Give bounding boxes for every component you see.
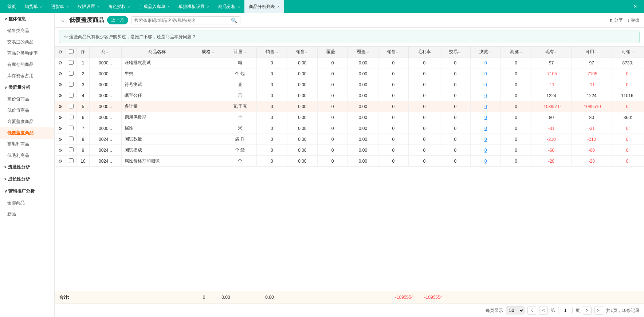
row-checkbox[interactable] (66, 123, 77, 134)
col-coverage2[interactable]: 覆盖... (348, 47, 378, 58)
col-coverage1[interactable]: 覆盖... (318, 47, 348, 58)
row-settings[interactable]: ⚙ (55, 145, 66, 156)
row-browse1[interactable]: 0 (471, 68, 501, 79)
filter-last-month[interactable]: 近一月 (107, 16, 128, 24)
search-input[interactable] (134, 18, 231, 23)
select-all-checkbox[interactable] (69, 49, 74, 54)
next-page-button[interactable]: > (583, 306, 592, 315)
nav-sales[interactable]: 销货单 × (20, 0, 47, 13)
row-select-checkbox[interactable] (69, 126, 74, 130)
row-checkbox[interactable] (66, 134, 77, 145)
col-name[interactable]: 商品名称 (121, 47, 193, 58)
sidebar-group-liquidity[interactable]: > 流通性分析 (0, 161, 54, 173)
row-browse1[interactable]: 0 (471, 134, 501, 145)
sidebar-group-marketing[interactable]: ∨ 营销推广分析 (0, 185, 54, 197)
row-select-checkbox[interactable] (69, 82, 74, 87)
row-select-checkbox[interactable] (69, 104, 74, 108)
prev-page-button[interactable]: < (539, 306, 548, 315)
row-select-checkbox[interactable] (69, 158, 74, 163)
row-settings[interactable]: ⚙ (55, 112, 66, 123)
col-trade[interactable]: 交易... (440, 47, 470, 58)
sidebar-item-category-rate[interactable]: 商品分类动销率 (0, 48, 54, 59)
nav-template[interactable]: 单据模板设置 × (174, 0, 213, 13)
col-spec[interactable]: 规格... (193, 47, 223, 58)
sidebar-group-growth[interactable]: > 成长性分析 (0, 173, 54, 185)
row-settings[interactable]: ⚙ (55, 156, 66, 167)
row-browse1[interactable]: 0 (471, 112, 501, 123)
export-button[interactable]: ↓ 导出 (627, 17, 640, 23)
nav-template-close[interactable]: × (207, 4, 209, 9)
row-settings[interactable]: ⚙ (55, 123, 66, 134)
nav-sales-close[interactable]: × (40, 4, 42, 9)
col-sales-qty[interactable]: 销售... (257, 47, 287, 58)
page-number-input[interactable] (558, 307, 573, 314)
page-size-select[interactable]: 50 100 200 (506, 306, 525, 314)
sidebar-collapse-button[interactable]: « (59, 17, 66, 24)
row-select-checkbox[interactable] (69, 60, 74, 65)
row-checkbox[interactable] (66, 112, 77, 123)
sidebar-item-new-goods[interactable]: 新品 (0, 209, 54, 220)
col-sales-extra[interactable]: 销售... (378, 47, 408, 58)
col-browse1[interactable]: 浏览... (471, 47, 501, 58)
row-checkbox[interactable] (66, 58, 77, 68)
nav-roles-close[interactable]: × (128, 4, 130, 9)
row-browse1[interactable]: 0 (471, 123, 501, 134)
sidebar-item-high-coverage[interactable]: 高覆盖度商品 (0, 116, 54, 127)
col-browse2[interactable]: 浏览... (501, 47, 531, 58)
row-settings[interactable]: ⚙ (55, 134, 66, 145)
row-browse1[interactable]: 0 (471, 101, 501, 112)
row-checkbox[interactable] (66, 79, 77, 90)
sidebar-group-overall[interactable]: ∨ 整体信息 (0, 13, 54, 25)
sidebar-item-low-margin[interactable]: 低毛利商品 (0, 150, 54, 161)
row-settings[interactable]: ⚙ (55, 58, 66, 68)
col-checkbox[interactable] (66, 47, 77, 58)
row-browse1[interactable]: 0 (471, 58, 501, 68)
row-settings[interactable]: ⚙ (55, 79, 66, 90)
first-page-button[interactable]: K (527, 306, 536, 315)
window-close-button[interactable]: × (629, 1, 641, 12)
sidebar-group-category[interactable]: ∨ 类群量分析 (0, 82, 54, 94)
nav-finished-goods[interactable]: 产成品入库单 × (135, 0, 174, 13)
row-checkbox[interactable] (66, 101, 77, 112)
row-browse1[interactable]: 0 (471, 156, 501, 167)
row-settings[interactable]: ⚙ (55, 68, 66, 79)
sidebar-item-high-margin[interactable]: 高毛利商品 (0, 139, 54, 150)
nav-permissions-close[interactable]: × (97, 4, 99, 9)
row-browse1[interactable]: 0 (471, 79, 501, 90)
nav-purchase-close[interactable]: × (66, 4, 68, 9)
nav-product-analysis[interactable]: 商品分析 × (214, 0, 244, 13)
sidebar-item-traded-goods[interactable]: 交易过的商品 (0, 36, 54, 48)
row-select-checkbox[interactable] (69, 93, 74, 98)
sidebar-item-stocked-goods[interactable]: 有库存的商品 (0, 59, 54, 70)
col-gross-rate[interactable]: 毛利率 (409, 47, 440, 58)
nav-home[interactable]: 首页 (3, 0, 20, 13)
sidebar-item-inventory-capital[interactable]: 库存资金占用 (0, 70, 54, 82)
sidebar-item-all-goods[interactable]: 全部商品 (0, 197, 54, 209)
row-select-checkbox[interactable] (69, 115, 74, 119)
row-settings[interactable]: ⚙ (55, 90, 66, 101)
nav-product-analysis-close[interactable]: × (238, 4, 240, 9)
col-current[interactable]: 现有... (531, 47, 572, 58)
row-checkbox[interactable] (66, 68, 77, 79)
nav-permissions[interactable]: 权限设置 × (73, 0, 104, 13)
sidebar-item-low-value[interactable]: 低价值商品 (0, 105, 54, 116)
row-select-checkbox[interactable] (69, 136, 74, 141)
row-checkbox[interactable] (66, 145, 77, 156)
col-code[interactable]: 商... (90, 47, 122, 58)
row-settings[interactable]: ⚙ (55, 101, 66, 112)
nav-finished-goods-close[interactable]: × (168, 4, 170, 9)
row-browse1[interactable]: 0 (471, 90, 501, 101)
row-select-checkbox[interactable] (69, 71, 74, 76)
sidebar-item-high-value[interactable]: 高价值商品 (0, 94, 54, 105)
nav-purchase[interactable]: 进货单 × (47, 0, 73, 13)
col-sellable[interactable]: 可销... (612, 47, 644, 58)
col-sales-amt[interactable]: 销售... (287, 47, 317, 58)
sidebar-item-sales-goods[interactable]: 销售类商品 (0, 25, 54, 36)
col-unit[interactable]: 计量... (223, 47, 257, 58)
row-browse1[interactable]: 0 (471, 145, 501, 156)
sidebar-item-low-coverage[interactable]: 低覆盖度商品 (0, 127, 54, 139)
nav-product-analysis-list[interactable]: 商品分析列表 × (244, 0, 284, 13)
row-select-checkbox[interactable] (69, 147, 74, 152)
last-page-button[interactable]: >| (594, 306, 603, 315)
col-available[interactable]: 可用... (572, 47, 612, 58)
